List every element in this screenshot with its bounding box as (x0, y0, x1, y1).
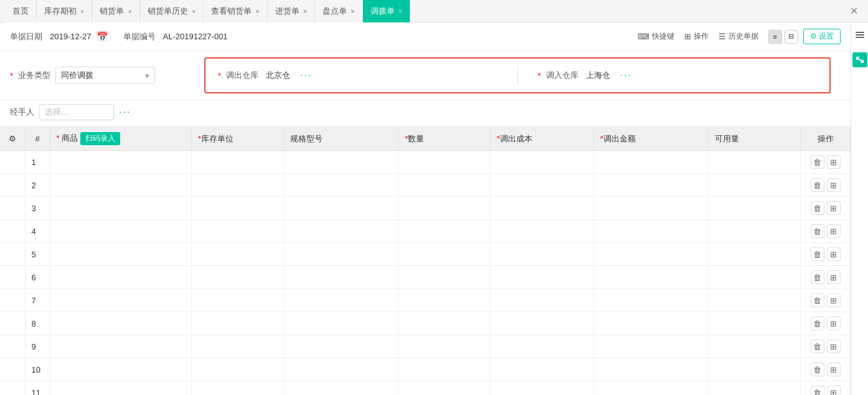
shortcut-action[interactable]: ⌨ 快捷键 (638, 31, 674, 42)
operate-icon: ⊞ (684, 32, 691, 41)
cell-product-11[interactable] (50, 381, 192, 396)
cell-product-4[interactable] (50, 220, 192, 243)
tab-purchase-close[interactable]: × (303, 7, 307, 15)
calendar-icon[interactable]: 📅 (97, 31, 108, 42)
cell-num-9: 9 (25, 335, 50, 358)
layout-icon-grid[interactable]: ⊟ (785, 30, 798, 44)
tab-sales-order-close[interactable]: × (128, 7, 131, 15)
tab-transfer[interactable]: 调拨单 × (363, 0, 410, 22)
cell-product-8[interactable] (50, 312, 192, 335)
window-close-button[interactable]: ✕ (845, 5, 863, 17)
person-select[interactable]: 选择... (39, 104, 114, 120)
cell-qty-1 (399, 151, 491, 174)
cell-amount-2 (593, 174, 709, 197)
table-row: 9 🗑⊞ (0, 335, 851, 358)
cell-avail-10 (709, 358, 801, 381)
delete-icon-3[interactable]: 🗑 (811, 201, 824, 215)
delete-icon-2[interactable]: 🗑 (811, 178, 824, 192)
tab-view-sales-label: 查看销货单 (211, 6, 252, 17)
cell-product-5[interactable] (50, 243, 192, 266)
out-warehouse-field: * 调出仓库 北京仓 ··· (218, 70, 498, 81)
cell-spec-6 (283, 266, 399, 289)
cell-spec-7 (283, 289, 399, 312)
copy-icon-6[interactable]: ⊞ (827, 270, 841, 284)
cell-avail-5 (709, 243, 801, 266)
copy-icon-8[interactable]: ⊞ (827, 316, 841, 330)
cell-gear-1 (0, 151, 25, 174)
copy-icon-2[interactable]: ⊞ (827, 178, 841, 192)
table-row: 7 🗑⊞ (0, 289, 851, 312)
delete-icon-8[interactable]: 🗑 (811, 316, 824, 330)
delete-icon-6[interactable]: 🗑 (811, 270, 824, 284)
sidebar-list-icon[interactable] (852, 27, 867, 42)
cell-product-6[interactable] (50, 266, 192, 289)
tab-view-sales-close[interactable]: × (255, 7, 259, 15)
delete-icon-11[interactable]: 🗑 (811, 386, 824, 395)
business-type-select[interactable]: 同价调拨 ▾ (55, 67, 155, 84)
cell-cost-10 (490, 358, 593, 381)
col-cost-header: *调出成本 (490, 127, 593, 151)
delete-icon-1[interactable]: 🗑 (811, 155, 824, 169)
tab-inventory-init-close[interactable]: × (80, 7, 84, 15)
delete-icon-9[interactable]: 🗑 (811, 340, 824, 353)
tab-purchase-label: 进货单 (275, 6, 300, 17)
cell-product-7[interactable] (50, 289, 192, 312)
out-warehouse-more-icon[interactable]: ··· (300, 70, 312, 81)
cell-product-9[interactable] (50, 335, 192, 358)
shortcut-icon: ⌨ (638, 32, 649, 41)
copy-icon-3[interactable]: ⊞ (827, 201, 841, 215)
col-gear-header[interactable]: ⚙ (0, 127, 25, 151)
copy-icon-1[interactable]: ⊞ (827, 155, 841, 169)
cell-ops-1: 🗑⊞ (801, 151, 851, 174)
delete-icon-4[interactable]: 🗑 (811, 224, 824, 238)
copy-icon-10[interactable]: ⊞ (827, 363, 841, 376)
svg-rect-2 (856, 37, 864, 38)
tab-inventory-init[interactable]: 库存期初 × (37, 0, 92, 22)
tab-inventory-check-close[interactable]: × (351, 7, 354, 15)
settings-button[interactable]: ⚙ 设置 (803, 29, 841, 44)
cell-gear-8 (0, 312, 25, 335)
delete-icon-10[interactable]: 🗑 (811, 363, 824, 376)
delete-icon-5[interactable]: 🗑 (811, 247, 824, 261)
cell-product-10[interactable] (50, 358, 192, 381)
tab-home[interactable]: 首页 (5, 0, 37, 22)
tab-sales-history-close[interactable]: × (192, 7, 196, 15)
tab-view-sales[interactable]: 查看销货单 × (204, 0, 267, 22)
sidebar-expand-icon[interactable] (852, 52, 867, 67)
cell-qty-10 (399, 358, 491, 381)
cell-product-2[interactable] (50, 174, 192, 197)
col-spec-header: 规格型号 (283, 127, 399, 151)
tab-purchase[interactable]: 进货单 × (268, 0, 315, 22)
cell-spec-1 (283, 151, 399, 174)
table-row: 5 🗑⊞ (0, 243, 851, 266)
cell-product-1[interactable] (50, 151, 192, 174)
doc-num-label: 单据编号 (123, 31, 156, 42)
cell-cost-9 (490, 335, 593, 358)
copy-icon-11[interactable]: ⊞ (827, 386, 841, 395)
history-action[interactable]: ☰ 历史单据 (719, 31, 758, 42)
shortcut-label: 快捷键 (652, 31, 674, 42)
scan-button[interactable]: 扫码录入 (80, 132, 120, 145)
person-more-icon[interactable]: ··· (119, 107, 131, 118)
delete-icon-7[interactable]: 🗑 (811, 293, 824, 307)
dropdown-arrow-icon: ▾ (145, 71, 149, 80)
cell-num-1: 1 (25, 151, 50, 174)
cell-ops-4: 🗑⊞ (801, 220, 851, 243)
cell-qty-9 (399, 335, 491, 358)
tab-transfer-close[interactable]: × (399, 7, 402, 15)
copy-icon-5[interactable]: ⊞ (827, 247, 841, 261)
copy-icon-9[interactable]: ⊞ (827, 340, 841, 353)
operate-action[interactable]: ⊞ 操作 (684, 31, 709, 42)
layout-icon-list[interactable]: ≡ (768, 30, 782, 44)
copy-icon-4[interactable]: ⊞ (827, 224, 841, 238)
cell-product-3[interactable] (50, 197, 192, 220)
tab-sales-history[interactable]: 销货单历史 × (140, 0, 204, 22)
cell-gear-4 (0, 220, 25, 243)
cell-spec-5 (283, 243, 399, 266)
table-row: 11 🗑⊞ (0, 381, 851, 396)
in-warehouse-more-icon[interactable]: ··· (620, 70, 632, 81)
cell-qty-8 (399, 312, 491, 335)
tab-inventory-check[interactable]: 盘点单 × (315, 0, 362, 22)
copy-icon-7[interactable]: ⊞ (827, 293, 841, 307)
tab-sales-order[interactable]: 销货单 × (92, 0, 139, 22)
